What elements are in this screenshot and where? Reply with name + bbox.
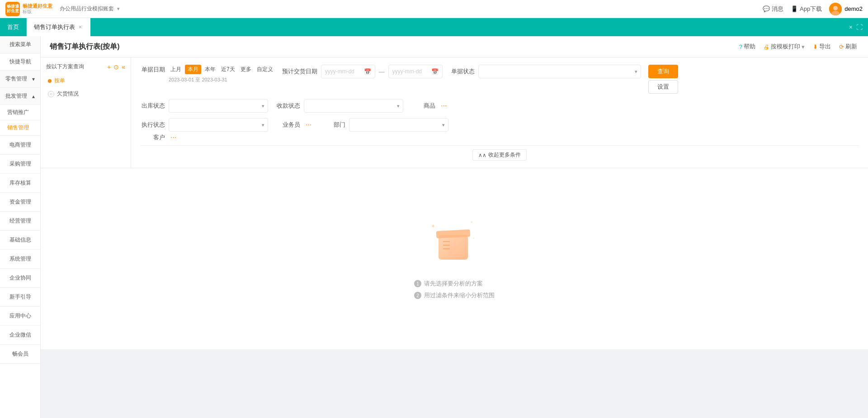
help-button[interactable]: ? 帮助 (737, 42, 757, 52)
chevron-up-icon: ▴ (32, 93, 35, 100)
date-tab-this-month[interactable]: 本月 (185, 65, 201, 74)
empty-box-svg: ✦ ✦ ✦ (427, 214, 481, 269)
collapse-button[interactable]: ∧∧ 收起更多条件 (472, 149, 527, 161)
avatar (829, 3, 842, 15)
date-tab-custom[interactable]: 自定义 (255, 65, 275, 74)
empty-illustration: ✦ ✦ ✦ (427, 214, 481, 269)
edit-scheme-icon[interactable]: ⊙ (113, 63, 119, 71)
filter-row-2: 出库状态 收款状态 (140, 99, 859, 113)
department-select[interactable] (349, 118, 448, 132)
tab-close-button[interactable]: × (849, 24, 853, 31)
ship-status-label: 出库状态 (140, 102, 165, 110)
goods-dots-btn[interactable]: ··· (439, 102, 448, 110)
template-print-dropdown-icon[interactable]: ▾ (802, 43, 805, 50)
sidebar-sub-sales[interactable]: 销售管理 (0, 120, 40, 136)
export-button[interactable]: ⬇ 导出 (811, 42, 833, 52)
collapse-scheme-icon[interactable]: « (122, 63, 125, 71)
sidebar-item-purchase[interactable]: 采购管理 (0, 155, 40, 174)
help-icon: ? (739, 43, 742, 50)
sidebar: 搜索菜单 快捷导航 零售管理 ▾ 批发管理 ▴ 营销推广 销售管理 电商管理 采… (0, 36, 41, 418)
refresh-button[interactable]: ⟳ 刷新 (837, 42, 859, 52)
expected-date-end[interactable]: yyyy-mm-dd 📅 (388, 65, 443, 78)
sidebar-item-enterprise-wechat[interactable]: 企业微信 (0, 326, 40, 345)
filter-salesman: 业务员 ··· (275, 121, 313, 129)
expected-date-start[interactable]: yyyy-mm-dd 📅 (321, 65, 375, 78)
doc-status-label: 单据状态 (450, 67, 475, 76)
date-tab-this-year[interactable]: 本年 (203, 65, 217, 74)
sidebar-item-retail[interactable]: 零售管理 ▾ (0, 71, 40, 88)
customer-dots-btn[interactable]: ··· (169, 133, 178, 142)
logo-text: 畅捷通好生意 标版 (23, 3, 52, 14)
ship-status-select[interactable] (169, 99, 268, 113)
salesman-label: 业务员 (275, 121, 300, 129)
sidebar-item-system[interactable]: 系统管理 (0, 250, 40, 269)
date-tab-7days[interactable]: 近7天 (219, 65, 237, 74)
sidebar-item-wholesale[interactable]: 批发管理 ▴ (0, 88, 40, 105)
date-separator: — (377, 68, 387, 75)
template-print-button[interactable]: 🖨 按模板打印 ▾ (762, 42, 807, 52)
date-range-text: 2023-03-01 至 2023-03-31 (169, 77, 227, 82)
tab-maximize-button[interactable]: ⛶ (856, 24, 863, 31)
doc-date-label: 单据日期 (140, 66, 165, 74)
sidebar-search-menu[interactable]: 搜索菜单 (0, 36, 40, 53)
main-layout: 搜索菜单 快捷导航 零售管理 ▾ 批发管理 ▴ 营销推广 销售管理 电商管理 采… (0, 36, 868, 418)
scheme-option-owed-goods[interactable]: ○ 欠货情况 (41, 87, 131, 100)
empty-tips: 1 请先选择要分析的方案 2 用过滤条件来缩小分析范围 (414, 280, 495, 303)
filter-goods: 商品 ··· (410, 102, 448, 110)
sidebar-quick-nav[interactable]: 快捷导航 (0, 53, 40, 71)
filter-exec-status: 执行状态 (140, 118, 268, 132)
app-download-button[interactable]: 📱 App下载 (791, 5, 822, 13)
sidebar-item-ecommerce[interactable]: 电商管理 (0, 136, 40, 155)
filter-row-1: 单据日期 上月 本月 本年 近7天 更多 自定义 2023-03-0 (140, 65, 859, 94)
empty-tip-2: 2 用过滤条件来缩小分析范围 (414, 291, 495, 299)
sidebar-item-enterprise[interactable]: 企业协同 (0, 269, 40, 288)
app-logo: 畅捷通好生意 (5, 2, 20, 16)
empty-state: ✦ ✦ ✦ 1 请先选择要分析的方案 2 用过滤条件来缩小分析范围 (41, 168, 868, 349)
filter-scheme-header: 按以下方案查询 + ⊙ « (41, 63, 131, 74)
payment-status-select-wrapper (304, 99, 403, 113)
calendar-end-icon: 📅 (431, 68, 439, 75)
filter-department: 部门 (321, 118, 448, 132)
salesman-dots-btn[interactable]: ··· (304, 121, 313, 129)
date-tab-last-month[interactable]: 上月 (169, 65, 183, 74)
logo-area: 畅捷通好生意 畅捷通好生意 标版 (5, 2, 52, 16)
scheme-option-press-order[interactable]: 按单 (41, 74, 131, 87)
svg-text:✦: ✦ (470, 220, 473, 224)
add-scheme-icon[interactable]: + (107, 63, 111, 71)
message-button[interactable]: 💬 消息 (763, 5, 783, 13)
exec-status-select-wrapper (169, 118, 268, 132)
page-header-actions: ? 帮助 🖨 按模板打印 ▾ ⬇ 导出 ⟳ 刷新 (737, 42, 859, 52)
sidebar-item-inventory[interactable]: 库存核算 (0, 174, 40, 193)
page-title: 销售订单执行表(按单) (50, 42, 120, 52)
message-icon: 💬 (763, 5, 770, 12)
exec-status-select[interactable] (169, 118, 268, 132)
sidebar-item-operations[interactable]: 经营管理 (0, 212, 40, 231)
sidebar-sub-marketing[interactable]: 营销推广 (0, 105, 40, 120)
sidebar-item-new-guide[interactable]: 新手引导 (0, 288, 40, 307)
doc-status-select[interactable] (478, 65, 641, 78)
date-tab-more[interactable]: 更多 (239, 65, 253, 74)
app-title: 办公用品行业模拟账套 ▾ (60, 5, 755, 13)
tab-home[interactable]: 首页 (0, 18, 27, 36)
tab-bar-actions: × ⛶ (844, 18, 868, 36)
dropdown-icon[interactable]: ▾ (117, 6, 120, 11)
top-bar: 畅捷通好生意 畅捷通好生意 标版 办公用品行业模拟账套 ▾ 💬 消息 📱 App… (0, 0, 868, 18)
filter-conditions: 单据日期 上月 本月 本年 近7天 更多 自定义 2023-03-0 (131, 57, 868, 168)
sidebar-item-app-center[interactable]: 应用中心 (0, 307, 40, 326)
goods-label: 商品 (410, 102, 435, 110)
payment-status-select[interactable] (304, 99, 403, 113)
filter-row-3: 执行状态 业务员 ··· 部门 (140, 118, 859, 132)
query-button[interactable]: 查询 (648, 65, 678, 78)
tab-sales-order-exec[interactable]: 销售订单执行表 × (27, 18, 90, 36)
filter-row-4: 客户 ··· (140, 133, 859, 142)
sidebar-item-basic[interactable]: 基础信息 (0, 231, 40, 250)
settings-button[interactable]: 设置 (648, 80, 678, 94)
tab-close-icon[interactable]: × (78, 24, 83, 30)
content-area: 销售订单执行表(按单) ? 帮助 🖨 按模板打印 ▾ ⬇ 导出 ⟳ 刷新 (41, 36, 868, 418)
filter-doc-date: 单据日期 上月 本月 本年 近7天 更多 自定义 2023-03-0 (140, 65, 275, 83)
expected-date-label: 预计交货日期 (282, 67, 317, 76)
empty-tip-1: 1 请先选择要分析的方案 (414, 280, 495, 288)
sidebar-item-member[interactable]: 畅会员 (0, 345, 40, 364)
user-menu[interactable]: demo2 (829, 3, 863, 15)
sidebar-item-finance[interactable]: 资金管理 (0, 193, 40, 212)
